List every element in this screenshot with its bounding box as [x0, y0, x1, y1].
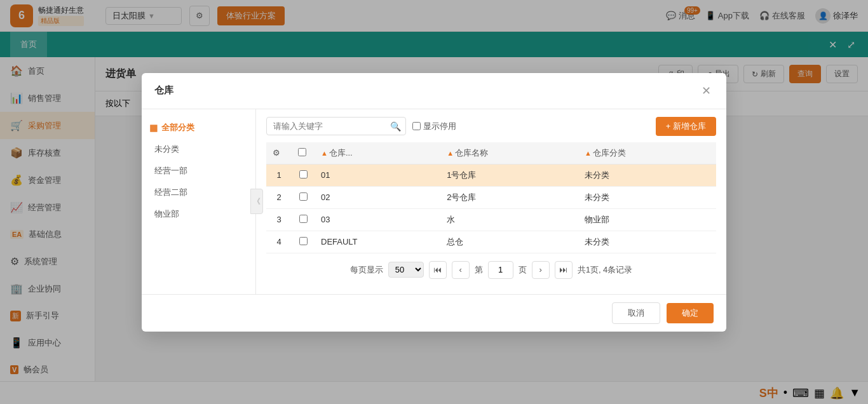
dialog-footer: 取消 确定	[142, 294, 726, 332]
category-collapse-button[interactable]: 《	[250, 189, 263, 214]
td-num: 3	[266, 208, 292, 231]
total-info: 共1页, 4条记录	[578, 264, 633, 276]
td-checkbox	[292, 186, 315, 208]
page-input[interactable]	[488, 261, 513, 279]
dialog-header: 仓库 ✕	[142, 73, 726, 109]
dialog-close-button[interactable]: ✕	[698, 83, 714, 98]
td-num: 2	[266, 186, 292, 208]
td-name: 1号仓库	[440, 164, 578, 186]
td-code: 03	[315, 208, 440, 231]
td-category: 物业部	[578, 208, 716, 231]
search-wrap: 🔍	[266, 117, 406, 135]
warehouse-panel: 🔍 显示停用 + 新增仓库 ⚙	[256, 109, 726, 294]
category-item-unclassified[interactable]: 未分类	[142, 138, 255, 160]
show-disabled-label: 显示停用	[423, 121, 456, 132]
warehouse-table: ⚙ ▲ 仓库... ▲	[266, 142, 716, 253]
prev-page-button[interactable]: ‹	[452, 261, 470, 279]
th-code: ▲ 仓库...	[315, 142, 440, 165]
td-category: 未分类	[578, 186, 716, 208]
dialog-title: 仓库	[154, 84, 173, 97]
category-panel: ▦ 全部分类 未分类 经营一部 经营二部 物业部 《	[142, 109, 256, 294]
td-name: 2号仓库	[440, 186, 578, 208]
page-label: 第	[475, 264, 483, 276]
th-checkbox	[292, 142, 315, 165]
all-category-button[interactable]: ▦ 全部分类	[142, 117, 255, 138]
page-size-select[interactable]: 50 10 20 100	[388, 262, 424, 278]
next-page-button[interactable]: ›	[532, 261, 550, 279]
td-name: 总仓	[440, 231, 578, 253]
table-row[interactable]: 1 01 1号仓库 未分类	[266, 164, 716, 186]
table-header: ⚙ ▲ 仓库... ▲	[266, 142, 716, 165]
td-category: 未分类	[578, 231, 716, 253]
pagination: 每页显示 50 10 20 100 ⏮ ‹ 第 页 › ⏭ 共1页, 4条记录	[266, 253, 716, 286]
td-code: DEFAULT	[315, 231, 440, 253]
th-category: ▲ 仓库分类	[578, 142, 716, 165]
warehouse-toolbar: 🔍 显示停用 + 新增仓库	[266, 117, 716, 136]
page-size-label: 每页显示	[350, 264, 383, 276]
table-row[interactable]: 4 DEFAULT 总仓 未分类	[266, 231, 716, 253]
show-disabled-wrap: 显示停用	[412, 121, 456, 132]
td-checkbox	[292, 164, 315, 186]
td-num: 1	[266, 164, 292, 186]
sort-icon: ▲	[321, 149, 328, 157]
row-checkbox-2[interactable]	[299, 192, 308, 201]
category-item-property[interactable]: 物业部	[142, 203, 255, 225]
cancel-button[interactable]: 取消	[612, 302, 660, 324]
td-category: 未分类	[578, 164, 716, 186]
overlay: 仓库 ✕ ▦ 全部分类 未分类 经营一部 经营二部 物业部 《	[0, 0, 868, 404]
search-icon[interactable]: 🔍	[390, 121, 401, 131]
sort-icon2: ▲	[447, 149, 454, 157]
row-checkbox-3[interactable]	[299, 215, 308, 223]
dialog-body: ▦ 全部分类 未分类 经营一部 经营二部 物业部 《 🔍	[142, 109, 726, 294]
page-suffix: 页	[519, 264, 527, 276]
first-page-button[interactable]: ⏮	[429, 261, 447, 279]
category-item-operation2[interactable]: 经营二部	[142, 182, 255, 203]
td-code: 01	[315, 164, 440, 186]
search-input[interactable]	[266, 117, 406, 135]
add-warehouse-button[interactable]: + 新增仓库	[656, 117, 716, 136]
table-body: 1 01 1号仓库 未分类 2 02 2号仓库	[266, 164, 716, 253]
row-checkbox-4[interactable]	[299, 237, 308, 245]
select-all-checkbox[interactable]	[298, 148, 306, 156]
td-name: 水	[440, 208, 578, 231]
confirm-button[interactable]: 确定	[667, 303, 714, 323]
table-row[interactable]: 2 02 2号仓库 未分类	[266, 186, 716, 208]
warehouse-table-wrap: ⚙ ▲ 仓库... ▲	[266, 142, 716, 253]
last-page-button[interactable]: ⏭	[555, 261, 573, 279]
th-name: ▲ 仓库名称	[440, 142, 578, 165]
category-item-operation1[interactable]: 经营一部	[142, 160, 255, 182]
show-disabled-checkbox[interactable]	[412, 122, 421, 130]
warehouse-dialog: 仓库 ✕ ▦ 全部分类 未分类 经营一部 经营二部 物业部 《	[142, 73, 726, 332]
td-checkbox	[292, 231, 315, 253]
sort-icon3: ▲	[585, 149, 592, 157]
row-checkbox-1[interactable]	[299, 170, 308, 178]
td-checkbox	[292, 208, 315, 231]
table-row[interactable]: 3 03 水 物业部	[266, 208, 716, 231]
grid-icon: ▦	[149, 123, 158, 133]
td-num: 4	[266, 231, 292, 253]
td-code: 02	[315, 186, 440, 208]
th-settings: ⚙	[266, 142, 292, 165]
